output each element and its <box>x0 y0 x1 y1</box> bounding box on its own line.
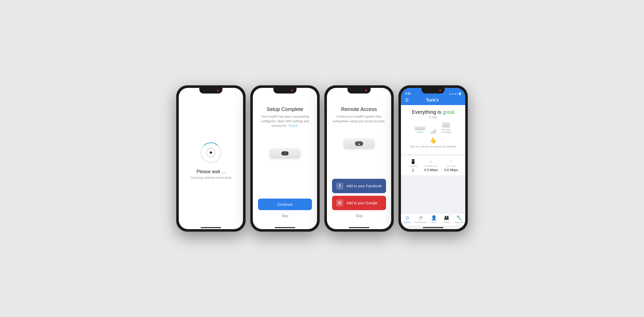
diagnose-tab-icon: 🔧 <box>456 215 462 221</box>
phone1-content: Please wait ... Checking Internet connec… <box>179 96 243 226</box>
tab-performance[interactable]: ◔ Performance <box>415 215 426 223</box>
stat-upload: ↑ UPLOAD 0.0 Mbps <box>444 159 458 172</box>
hand-icon: 👆 <box>410 137 457 144</box>
tab-diagnose[interactable]: 🔧 Diagnose <box>454 215 464 223</box>
tab-guest[interactable]: 👤 Guest <box>429 215 439 223</box>
phone3: Remote Access Control your AmpliFi syste… <box>324 85 394 232</box>
system-tab-icon: ⊙ <box>405 215 409 221</box>
device-signal <box>430 128 436 134</box>
setup-complete-subtitle: Your AmpliFi has been successfully confi… <box>258 114 312 128</box>
remote-access-subtitle: Control your AmpliFi system from everywh… <box>332 114 386 124</box>
tab-bar: ⊙ System ◔ Performance 👤 Guest 👨‍👩‍👧 Fam… <box>401 213 465 226</box>
google-logo: G <box>336 199 343 207</box>
stat-clients: 📱 CLIENTS 2 <box>408 159 418 172</box>
google-button[interactable]: G Add to your Google <box>332 196 386 210</box>
clients-label: CLIENTS <box>408 165 418 167</box>
family-tab-label: Family <box>443 221 450 223</box>
clients-value: 2 <box>412 168 414 172</box>
phone2-notch <box>273 88 297 94</box>
upload-value: 0.0 Mbps <box>444 168 458 172</box>
remote-access-title: Remote Access <box>341 106 377 112</box>
camera-dot <box>217 90 219 91</box>
performance-tab-label: Performance <box>415 221 426 223</box>
mesh-icon <box>442 122 450 127</box>
status-uptime: 6 min <box>429 116 437 119</box>
phone3-wrapper: Remote Access Control your AmpliFi syste… <box>324 85 394 232</box>
download-label: DOWNLOAD <box>424 165 437 167</box>
please-wait-subtitle: Checking Internet connectivity <box>190 176 231 180</box>
camera-dot <box>365 90 367 91</box>
phone4-notch <box>422 88 445 94</box>
social-buttons: f Add to your Facebook G Add to your Goo… <box>332 179 386 210</box>
skip-link-setup[interactable]: Skip <box>280 212 290 219</box>
phone2-screen: Setup Complete Your AmpliFi has been suc… <box>253 88 317 229</box>
skip-link-remote[interactable]: Skip <box>354 212 364 219</box>
continue-button[interactable]: Continue <box>258 199 312 210</box>
facebook-button-label: Add to your Facebook <box>346 184 382 188</box>
phone3-home-bar <box>349 227 369 228</box>
tucks-link: "Tuck's" <box>288 124 298 128</box>
diagnose-tab-label: Diagnose <box>455 221 463 223</box>
stats-section: 📱 CLIENTS 2 ↓ DOWNLOAD 0.0 Mbps ↑ UPLOAD <box>401 156 465 175</box>
status-prefix: Everything is <box>412 109 443 115</box>
upload-label: UPLOAD <box>446 165 456 167</box>
router-body-remote: ☁ <box>344 139 374 148</box>
router-body <box>270 148 300 158</box>
devices-row: Tuck's <box>415 122 452 134</box>
phone2-content: Setup Complete Your AmpliFi has been suc… <box>253 96 317 226</box>
status-section: Everything is great 6 min Tuck's <box>401 105 465 154</box>
tab-family[interactable]: 👨‍👩‍👧 Family <box>441 215 452 223</box>
phone1-wrapper: Please wait ... Checking Internet connec… <box>176 85 246 232</box>
router-cloud-indicator: ☁ <box>355 141 363 146</box>
router-check-indicator <box>281 151 289 155</box>
router-dot <box>210 151 212 154</box>
phone4: 3:52 ▲ ▲▲▲ ▊ ☰ Tuck's Everything is grea… <box>398 85 468 232</box>
signal-bars <box>430 128 436 134</box>
status-time: 3:52 <box>405 92 411 95</box>
facebook-button[interactable]: f Add to your Facebook <box>332 179 386 193</box>
bar2 <box>432 131 433 134</box>
phone3-screen: Remote Access Control your AmpliFi syste… <box>327 88 391 229</box>
status-icons: ▲ ▲▲▲ ▊ <box>449 92 461 95</box>
download-icon: ↓ <box>430 159 432 164</box>
phone2: Setup Complete Your AmpliFi has been suc… <box>250 85 320 232</box>
phone2-wrapper: Setup Complete Your AmpliFi has been suc… <box>250 85 320 232</box>
setup-complete-title: Setup Complete <box>266 106 303 112</box>
app-title: Tuck's <box>426 98 439 102</box>
phones-container: Please wait ... Checking Internet connec… <box>176 85 468 232</box>
phone4-screen: 3:52 ▲ ▲▲▲ ▊ ☰ Tuck's Everything is grea… <box>401 88 465 229</box>
phone3-content: Remote Access Control your AmpliFi syste… <box>327 96 391 226</box>
performance-tab-icon: ◔ <box>418 215 423 221</box>
facebook-logo: f <box>336 182 343 190</box>
device-router[interactable]: Tuck's <box>415 126 425 134</box>
router-device-remote: ☁ <box>344 139 374 148</box>
router-device-setup <box>270 148 300 158</box>
phone3-notch <box>347 88 371 94</box>
google-button-label: Add to your Google <box>346 201 378 205</box>
bar1 <box>430 132 431 134</box>
device2-label: AFI-INS-P-40228C <box>441 128 452 134</box>
stat-download: ↓ DOWNLOAD 0.0 Mbps <box>424 159 438 172</box>
clients-icon: 📱 <box>410 159 416 164</box>
router-center-icon <box>206 148 216 157</box>
dashboard-content: Everything is great 6 min Tuck's <box>401 105 465 213</box>
device1-label: Tuck's <box>417 131 423 134</box>
bar3 <box>433 130 434 134</box>
device-mesh[interactable]: AFI-INS-P-40228C <box>441 122 452 134</box>
phone1: Please wait ... Checking Internet connec… <box>176 85 246 232</box>
app-header: ☰ Tuck's <box>401 96 465 105</box>
menu-icon[interactable]: ☰ <box>405 98 409 102</box>
bar4 <box>435 129 436 134</box>
guest-tab-label: Guest <box>431 221 436 223</box>
camera-dot <box>439 90 441 91</box>
system-tab-label: System <box>404 221 411 223</box>
status-great: great <box>443 109 454 115</box>
phone1-notch <box>199 88 222 94</box>
tap-hint: 👆 Tap on a device to access its settings <box>408 135 459 150</box>
phone4-home-bar <box>423 227 443 228</box>
phone1-home-bar <box>201 227 221 228</box>
phone1-screen: Please wait ... Checking Internet connec… <box>179 88 243 229</box>
download-value: 0.0 Mbps <box>424 168 438 172</box>
tab-system[interactable]: ⊙ System <box>402 215 412 223</box>
spinner-container <box>201 142 221 163</box>
